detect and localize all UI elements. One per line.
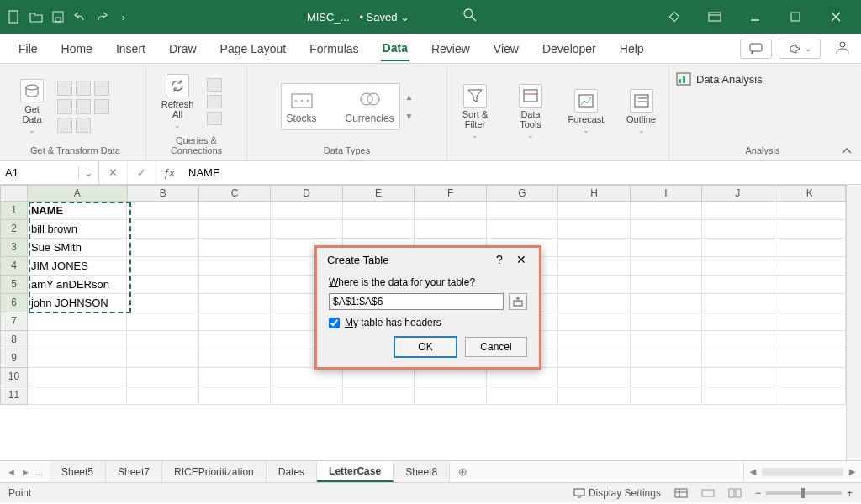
- sheet-tab[interactable]: Dates: [267, 461, 317, 482]
- namebox-dropdown-icon[interactable]: ⌄: [78, 166, 93, 179]
- refresh-all-button[interactable]: Refresh All ⌄: [153, 74, 202, 129]
- cell[interactable]: [127, 276, 198, 294]
- open-file-icon[interactable]: [29, 9, 44, 24]
- cell[interactable]: [631, 386, 702, 405]
- cell[interactable]: [702, 386, 774, 405]
- search-icon[interactable]: [463, 8, 480, 25]
- cell[interactable]: [558, 202, 630, 220]
- cell[interactable]: [415, 368, 486, 386]
- add-sheet-button[interactable]: ⊕: [450, 461, 475, 482]
- horizontal-scrollbar[interactable]: ◄►: [743, 461, 861, 482]
- cell[interactable]: [415, 220, 486, 239]
- cell[interactable]: [415, 386, 486, 405]
- stocks-button[interactable]: Stocks: [287, 89, 317, 124]
- cell[interactable]: [702, 349, 774, 368]
- cell[interactable]: [702, 368, 774, 386]
- cell[interactable]: [127, 386, 198, 405]
- row-header[interactable]: 3: [0, 239, 28, 257]
- cell[interactable]: [558, 220, 630, 239]
- qat-overflow-icon[interactable]: ›: [116, 9, 131, 24]
- cell[interactable]: [774, 276, 846, 294]
- column-header[interactable]: G: [487, 185, 558, 202]
- cell[interactable]: [774, 368, 846, 386]
- get-data-small-buttons[interactable]: [57, 81, 109, 133]
- cell[interactable]: [199, 239, 271, 257]
- column-header[interactable]: D: [271, 185, 342, 202]
- tab-insert[interactable]: Insert: [114, 37, 147, 60]
- tab-draw[interactable]: Draw: [167, 37, 198, 60]
- cell[interactable]: [487, 220, 558, 239]
- sheet-tab[interactable]: Sheet5: [50, 461, 106, 482]
- currencies-button[interactable]: Currencies: [346, 89, 394, 124]
- cell[interactable]: [774, 294, 846, 312]
- dialog-close-button[interactable]: ✕: [510, 253, 532, 266]
- cell[interactable]: [127, 331, 198, 349]
- select-all-corner[interactable]: [0, 185, 28, 202]
- row-header[interactable]: 4: [0, 257, 28, 276]
- sheet-overflow[interactable]: ...: [35, 467, 43, 477]
- column-header[interactable]: A: [28, 185, 127, 202]
- cell[interactable]: [702, 257, 774, 276]
- cell[interactable]: [631, 368, 702, 386]
- tab-page-layout[interactable]: Page Layout: [219, 37, 288, 60]
- column-header[interactable]: B: [128, 185, 199, 202]
- cell[interactable]: [343, 368, 415, 386]
- row-header[interactable]: 1: [0, 202, 28, 220]
- cell[interactable]: [127, 239, 198, 257]
- cell[interactable]: [271, 386, 342, 405]
- forecast-button[interactable]: Forecast⌄: [565, 89, 607, 134]
- tab-formulas[interactable]: Formulas: [308, 37, 360, 60]
- cell[interactable]: [631, 276, 702, 294]
- cell[interactable]: [774, 220, 846, 239]
- cell[interactable]: [343, 220, 415, 239]
- diamond-icon[interactable]: [656, 5, 693, 29]
- cell[interactable]: [631, 331, 702, 349]
- sheet-nav-prev-icon[interactable]: ◄: [7, 467, 16, 477]
- cell[interactable]: [702, 239, 774, 257]
- cancel-button[interactable]: Cancel: [465, 337, 527, 357]
- cell[interactable]: [558, 368, 630, 386]
- cell[interactable]: [774, 349, 846, 368]
- name-box[interactable]: A1⌄: [0, 161, 99, 184]
- cell[interactable]: amY anDERson: [28, 276, 127, 294]
- undo-icon[interactable]: [72, 9, 87, 24]
- cell[interactable]: [774, 239, 846, 257]
- cell[interactable]: [271, 202, 342, 220]
- cell[interactable]: [631, 312, 702, 331]
- cell[interactable]: [127, 257, 198, 276]
- row-header[interactable]: 6: [0, 294, 28, 312]
- column-header[interactable]: C: [199, 185, 271, 202]
- redo-icon[interactable]: [94, 9, 109, 24]
- cell[interactable]: [199, 312, 271, 331]
- cell[interactable]: [271, 220, 342, 239]
- get-data-button[interactable]: Get Data ⌄: [12, 79, 52, 134]
- minimize-button[interactable]: [737, 5, 774, 29]
- tab-home[interactable]: Home: [60, 37, 94, 60]
- view-layout-icon[interactable]: [701, 488, 715, 498]
- enter-formula-icon[interactable]: ✓: [128, 161, 156, 184]
- cell[interactable]: [343, 202, 415, 220]
- fx-icon[interactable]: ƒx: [156, 166, 182, 179]
- cell[interactable]: [271, 368, 342, 386]
- headers-checkbox[interactable]: [329, 318, 340, 328]
- cell[interactable]: [774, 331, 846, 349]
- row-header[interactable]: 5: [0, 276, 28, 294]
- cell[interactable]: [702, 220, 774, 239]
- cell[interactable]: [199, 331, 271, 349]
- cell[interactable]: [774, 202, 846, 220]
- cell[interactable]: bill brown: [28, 220, 127, 239]
- tab-help[interactable]: Help: [618, 37, 646, 60]
- cell[interactable]: JIM JONES: [28, 257, 127, 276]
- table-range-input[interactable]: [329, 293, 504, 310]
- column-header[interactable]: H: [558, 185, 630, 202]
- cell[interactable]: [127, 312, 198, 331]
- cell[interactable]: [28, 368, 127, 386]
- tab-review[interactable]: Review: [430, 37, 472, 60]
- column-header[interactable]: E: [343, 185, 415, 202]
- cell[interactable]: [702, 202, 774, 220]
- cell[interactable]: [702, 294, 774, 312]
- new-file-icon[interactable]: [7, 9, 22, 24]
- cell[interactable]: [774, 312, 846, 331]
- cell[interactable]: [487, 202, 558, 220]
- cell[interactable]: [127, 294, 198, 312]
